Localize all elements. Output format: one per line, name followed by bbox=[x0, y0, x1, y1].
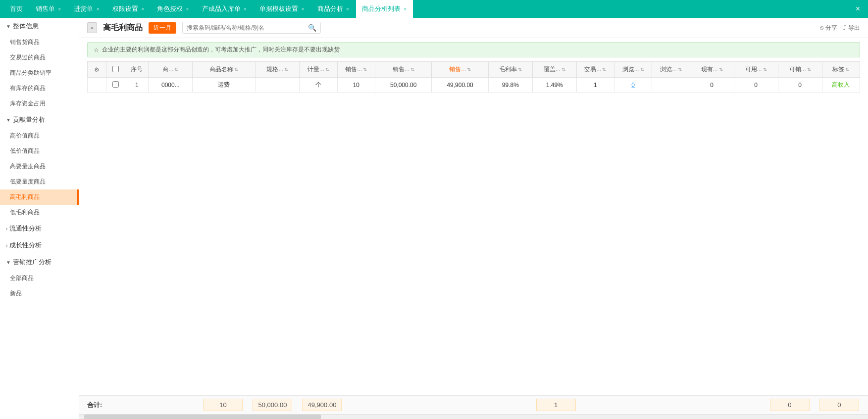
col-code[interactable]: 商...⇅ bbox=[149, 62, 193, 78]
sidebar-item-high-value[interactable]: 高价值商品 bbox=[0, 128, 79, 143]
col-sale-qty[interactable]: 销售...⇅ bbox=[337, 62, 375, 78]
col-sale-amount[interactable]: 销售...⇅ bbox=[375, 62, 431, 78]
footer-current-stock: 0 bbox=[770, 399, 810, 411]
nav-role-close[interactable]: × bbox=[186, 6, 189, 12]
sidebar-section-overall-items: 销售货商品 交易过的商品 商品分类助销率 有库存的商品 库存资金占用 bbox=[0, 35, 79, 111]
share-button[interactable]: ⎋ 分享 bbox=[820, 24, 837, 32]
cell-available: 0 bbox=[734, 78, 778, 93]
sidebar-section-growth[interactable]: › 成长性分析 bbox=[0, 237, 79, 254]
arrow-liquidity-icon: › bbox=[6, 226, 7, 232]
nav-sales[interactable]: 销售单 × bbox=[30, 0, 67, 18]
sidebar-item-traded-goods[interactable]: 交易过的商品 bbox=[0, 50, 79, 65]
cell-name: 运费 bbox=[193, 78, 255, 93]
search-box: 🔍 bbox=[182, 22, 321, 34]
col-transaction[interactable]: 交易...⇅ bbox=[576, 62, 614, 78]
info-banner: ☆ 企业的主要的利润都是这部分商品创造的，可考虑加大推广，同时关注库存是不要出现… bbox=[87, 42, 860, 57]
cell-sale-profit: 49,900.00 bbox=[432, 78, 488, 93]
sidebar-item-low-margin[interactable]: 低毛利商品 bbox=[0, 205, 79, 220]
sidebar-section-overall[interactable]: ▼ 整体信息 bbox=[0, 18, 79, 35]
nav-permission-close[interactable]: × bbox=[141, 6, 144, 12]
cell-browse2 bbox=[652, 78, 690, 93]
col-sellable[interactable]: 可销...⇅ bbox=[778, 62, 822, 78]
arrow-contribution-icon: ▼ bbox=[6, 117, 11, 123]
nav-role[interactable]: 角色授权 × bbox=[151, 0, 195, 18]
col-coverage[interactable]: 覆盖...⇅ bbox=[532, 62, 576, 78]
footer-transaction: 1 bbox=[536, 399, 576, 411]
sidebar-item-high-margin[interactable]: 高毛利商品 bbox=[0, 189, 79, 205]
filter-month-button[interactable]: 近一月 bbox=[149, 22, 176, 34]
sidebar-section-marketing-items: 全部商品 新品 bbox=[0, 271, 79, 301]
select-all-checkbox[interactable] bbox=[112, 66, 119, 72]
cell-checkbox[interactable] bbox=[106, 78, 125, 93]
col-current-stock[interactable]: 现有...⇅ bbox=[690, 62, 734, 78]
col-gross-margin[interactable]: 毛利率⇅ bbox=[488, 62, 532, 78]
content-header: « 高毛利商品 近一月 🔍 ⎋ 分享 ⤴ 导出 bbox=[79, 18, 868, 38]
arrow-growth-icon: › bbox=[6, 243, 7, 248]
footer-sale-qty: 10 bbox=[203, 399, 243, 411]
cell-browse1[interactable]: 0 bbox=[614, 78, 652, 93]
col-checkbox[interactable] bbox=[106, 62, 125, 78]
col-spec[interactable]: 规格...⇅ bbox=[255, 62, 300, 78]
footer-sale-amount: 50,000.00 bbox=[253, 399, 292, 411]
main-layout: ▼ 整体信息 销售货商品 交易过的商品 商品分类助销率 有库存的商品 库存资金占… bbox=[0, 18, 868, 419]
sidebar-item-low-demand[interactable]: 低要量度商品 bbox=[0, 174, 79, 189]
sidebar-section-marketing[interactable]: ▼ 营销推广分析 bbox=[0, 254, 79, 271]
col-settings[interactable]: ⚙ bbox=[88, 62, 106, 78]
nav-sales-close[interactable]: × bbox=[58, 6, 61, 12]
sidebar-item-new-goods[interactable]: 新品 bbox=[0, 286, 79, 301]
col-index: 序号 bbox=[125, 62, 149, 78]
col-available[interactable]: 可用...⇅ bbox=[734, 62, 778, 78]
col-name[interactable]: 商品名称⇅ bbox=[193, 62, 255, 78]
col-tag[interactable]: 标签⇅ bbox=[822, 62, 860, 78]
action-buttons: ⎋ 分享 ⤴ 导出 bbox=[820, 24, 860, 32]
share-icon: ⎋ bbox=[820, 24, 823, 31]
col-sale-profit[interactable]: 销售...⇅ bbox=[432, 62, 488, 78]
cell-sale-qty: 10 bbox=[337, 78, 375, 93]
sidebar-item-all-goods[interactable]: 全部商品 bbox=[0, 271, 79, 286]
nav-template-close[interactable]: × bbox=[301, 6, 304, 12]
search-input[interactable] bbox=[187, 24, 305, 31]
top-navigation: 首页 销售单 × 进货单 × 权限设置 × 角色授权 × 产成品入库单 × 单据… bbox=[0, 0, 868, 18]
nav-purchase-close[interactable]: × bbox=[96, 6, 99, 12]
arrow-overall-icon: ▼ bbox=[6, 24, 11, 29]
nav-product-analysis-list[interactable]: 商品分析列表 × bbox=[356, 0, 412, 18]
nav-product-analysis[interactable]: 商品分析 × bbox=[311, 0, 355, 18]
nav-purchase[interactable]: 进货单 × bbox=[68, 0, 105, 18]
cell-settings bbox=[88, 78, 106, 93]
cell-transaction: 1 bbox=[576, 78, 614, 93]
col-browse1[interactable]: 浏览...⇅ bbox=[614, 62, 652, 78]
nav-template[interactable]: 单据模板设置 × bbox=[254, 0, 310, 18]
footer-sale-profit: 49,900.00 bbox=[302, 399, 342, 411]
sidebar-item-low-value[interactable]: 低价值商品 bbox=[0, 143, 79, 159]
cell-sale-amount: 50,000.00 bbox=[375, 78, 431, 93]
sidebar-item-high-demand[interactable]: 高要量度商品 bbox=[0, 159, 79, 174]
col-browse2[interactable]: 浏览...⇅ bbox=[652, 62, 690, 78]
content-area: « 高毛利商品 近一月 🔍 ⎋ 分享 ⤴ 导出 ☆ 企业的主要 bbox=[79, 18, 868, 419]
cell-sellable: 0 bbox=[778, 78, 822, 93]
nav-product-inbound[interactable]: 产成品入库单 × bbox=[196, 0, 253, 18]
sidebar-section-contribution[interactable]: ▼ 贡献量分析 bbox=[0, 111, 79, 128]
col-unit[interactable]: 计量...⇅ bbox=[300, 62, 337, 78]
table-footer: 合计: 10 50,000.00 49,900.00 1 0 0 bbox=[79, 395, 868, 414]
horizontal-scrollbar[interactable] bbox=[79, 414, 868, 419]
info-icon: ☆ bbox=[94, 47, 99, 53]
sidebar-item-in-stock[interactable]: 有库存的商品 bbox=[0, 81, 79, 96]
arrow-marketing-icon: ▼ bbox=[6, 260, 11, 265]
search-icon[interactable]: 🔍 bbox=[308, 24, 316, 32]
nav-home[interactable]: 首页 bbox=[4, 0, 29, 18]
table-header-row: ⚙ 序号 商...⇅ 商品名称⇅ 规格...⇅ 计量...⇅ 销售...⇅ 销售… bbox=[88, 62, 860, 78]
nav-product-inbound-close[interactable]: × bbox=[244, 6, 247, 12]
nav-permission[interactable]: 权限设置 × bbox=[106, 0, 150, 18]
sidebar-item-category-rate[interactable]: 商品分类助销率 bbox=[0, 65, 79, 81]
page-title: 高毛利商品 bbox=[103, 23, 143, 33]
cell-spec bbox=[255, 78, 300, 93]
window-close-button[interactable]: × bbox=[852, 4, 864, 13]
export-icon: ⤴ bbox=[843, 24, 846, 31]
sidebar-section-liquidity[interactable]: › 流通性分析 bbox=[0, 220, 79, 237]
collapse-sidebar-button[interactable]: « bbox=[87, 22, 97, 33]
export-button[interactable]: ⤴ 导出 bbox=[843, 24, 860, 32]
sidebar-item-sales-goods[interactable]: 销售货商品 bbox=[0, 35, 79, 50]
nav-product-analysis-list-close[interactable]: × bbox=[404, 6, 407, 12]
sidebar-item-stock-capital[interactable]: 库存资金占用 bbox=[0, 96, 79, 111]
nav-product-analysis-close[interactable]: × bbox=[346, 6, 349, 12]
